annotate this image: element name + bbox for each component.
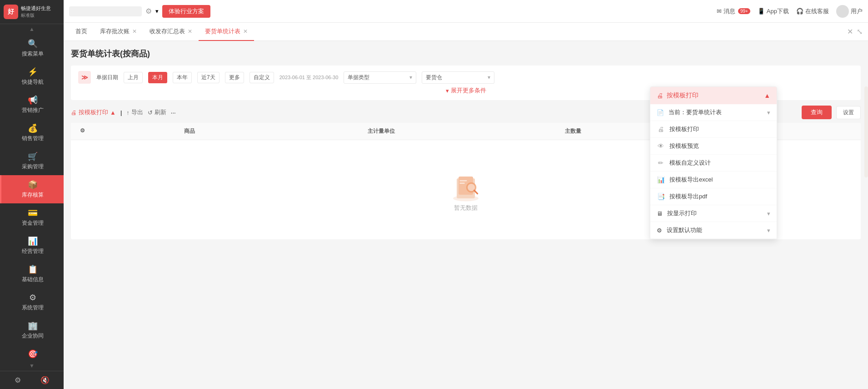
tab-home[interactable]: 首页: [69, 23, 94, 41]
sidebar-item-system[interactable]: ⚙ 系统管理: [0, 288, 64, 316]
sidebar-item-label: 销售管理: [22, 135, 44, 142]
chevron-down-icon: ▼: [29, 363, 35, 369]
col-unit: 主计量单位: [285, 123, 477, 140]
settings-button[interactable]: 设置: [836, 106, 861, 119]
tab-order-stats[interactable]: 要货单统计表 ✕: [199, 23, 254, 41]
dropdown-collapse-icon[interactable]: ▲: [764, 92, 770, 99]
tab-close-all-icon[interactable]: ✕: [847, 27, 853, 36]
gear-icon[interactable]: ⚙: [145, 7, 152, 15]
sidebar-item-search[interactable]: 🔍 搜索菜单: [0, 34, 64, 62]
dropdown-header-label: 按模板打印: [667, 91, 698, 100]
sidebar-scroll-up[interactable]: ▲: [0, 24, 64, 34]
sidebar-nav: 🔍 搜索菜单 ⚡ 快捷导航 📢 营销推广 💰 销售管理 🛒 采购管理 📦 库存核…: [0, 34, 64, 361]
date-more-btn[interactable]: 更多: [225, 72, 244, 83]
no-data-text: 暂无数据: [454, 204, 478, 212]
svg-rect-6: [459, 180, 467, 181]
refresh-button[interactable]: ↺ 刷新: [148, 108, 166, 116]
avatar: [836, 5, 849, 18]
mute-icon[interactable]: 🔇: [40, 376, 50, 384]
app-download-button[interactable]: 📱 App下载: [758, 7, 789, 15]
tab-home-label: 首页: [75, 27, 87, 35]
dropdown-item-template-print[interactable]: 🖨 按模板打印: [650, 121, 777, 138]
template-print-label: 按模板打印: [669, 125, 770, 133]
warehouse-select[interactable]: 要货仓 ▾: [422, 71, 494, 84]
search-input[interactable]: [69, 6, 142, 16]
svg-rect-7: [459, 183, 464, 184]
user-avatar-button[interactable]: 用户: [836, 5, 863, 18]
sidebar-item-enterprise[interactable]: 🏢 企业协同: [0, 316, 64, 344]
dropdown-item-template-pdf[interactable]: 📑 按模板导出pdf: [650, 188, 777, 205]
message-button[interactable]: ✉ 消息 99+: [717, 7, 750, 15]
chevron-up-icon: ▲: [29, 26, 35, 32]
sidebar-item-basic[interactable]: 📋 基础信息: [0, 260, 64, 288]
search-nav-icon: 🔍: [28, 39, 38, 49]
sidebar-item-inventory[interactable]: 📦 库存核算: [0, 175, 64, 203]
type-select[interactable]: 单据类型 ▾: [344, 71, 416, 84]
tab-order-stats-close[interactable]: ✕: [243, 28, 248, 35]
guide-icon: 🎯: [28, 349, 38, 359]
expand-icon: ▾: [446, 87, 449, 94]
filter-toggle-button[interactable]: ≫: [78, 71, 91, 84]
default-setting-label: 设置默认功能: [667, 226, 702, 234]
expand-filter-button[interactable]: ▾ 展开更多条件: [446, 86, 486, 95]
more-icon[interactable]: ···: [171, 109, 176, 116]
logo-icon: 好: [4, 5, 18, 19]
dropdown-item-default-setting[interactable]: ⚙ 设置默认功能 ▾: [650, 222, 777, 239]
finance-icon: 💳: [28, 208, 38, 218]
operations-icon: 📊: [28, 236, 38, 246]
tab-inventory-batch[interactable]: 库存批次账 ✕: [94, 23, 143, 41]
tab-maximize-icon[interactable]: ⤡: [857, 27, 863, 36]
dropdown-header: 🖨 按模板打印 ▲: [650, 87, 777, 104]
sidebar-item-finance[interactable]: 💳 资金管理: [0, 203, 64, 232]
sidebar: 好 畅捷通好生意 标准版 ▲ 🔍 搜索菜单 ⚡ 快捷导航 📢 营销推广 💰 销售…: [0, 0, 64, 389]
expand-label: 展开更多条件: [451, 86, 486, 95]
template-excel-icon: 📊: [657, 176, 665, 183]
date-prev-month-btn[interactable]: 上月: [124, 72, 143, 83]
template-design-icon: ✏: [657, 159, 665, 167]
trial-button[interactable]: 体验行业方案: [162, 5, 210, 18]
online-service-button[interactable]: 🎧 在线客服: [796, 7, 829, 15]
sidebar-item-label: 资金管理: [22, 219, 44, 227]
default-setting-left: ⚙ 设置默认功能: [657, 226, 702, 234]
sidebar-item-operations[interactable]: 📊 经营管理: [0, 232, 64, 260]
enterprise-icon: 🏢: [28, 321, 38, 331]
refresh-label: 刷新: [155, 108, 166, 116]
date-custom-btn[interactable]: 自定义: [249, 72, 274, 83]
sidebar-item-guide[interactable]: 🎯 新手引导: [0, 344, 64, 361]
dropdown-item-template-design[interactable]: ✏ 模板自定义设计: [650, 155, 777, 172]
sidebar-scroll-down[interactable]: ▼: [0, 361, 64, 371]
tab-order-stats-label: 要货单统计表: [205, 27, 240, 35]
tab-inventory-batch-close[interactable]: ✕: [132, 28, 137, 35]
dropdown-arrow-icon[interactable]: ▾: [155, 8, 159, 15]
dropdown-item-current[interactable]: 📄 当前：要货单统计表 ▾: [650, 104, 777, 121]
sidebar-item-label: 企业协同: [22, 332, 44, 340]
export-button[interactable]: ↑ 导出: [126, 108, 143, 116]
sidebar-item-purchase[interactable]: 🛒 采购管理: [0, 147, 64, 175]
date-label: 单据日期: [96, 74, 118, 81]
dropdown-item-display-print[interactable]: 🖥 按显示打印 ▾: [650, 205, 777, 222]
current-arrow-icon: ▾: [767, 109, 770, 116]
display-print-icon: 🖥: [657, 210, 663, 217]
col-gear[interactable]: ⚙: [71, 123, 94, 140]
sidebar-item-marketing[interactable]: 📢 营销推广: [0, 91, 64, 119]
query-button[interactable]: 查询: [802, 106, 832, 119]
settings-bottom-icon[interactable]: ⚙: [15, 376, 21, 384]
scroll-stub[interactable]: [864, 86, 868, 177]
online-service-label: 在线客服: [805, 7, 829, 15]
sidebar-item-shortcut[interactable]: ⚡ 快捷导航: [0, 62, 64, 91]
date-current-month-btn[interactable]: 本月: [148, 72, 167, 83]
date-7days-btn[interactable]: 近7天: [197, 72, 219, 83]
sidebar-item-sales[interactable]: 💰 销售管理: [0, 119, 64, 147]
type-select-label: 单据类型: [348, 74, 369, 81]
tab-collection-summary[interactable]: 收发存汇总表 ✕: [143, 23, 199, 41]
dropdown-item-template-excel[interactable]: 📊 按模板导出excel: [650, 172, 777, 188]
template-pdf-label: 按模板导出pdf: [669, 192, 770, 201]
headset-icon: 🎧: [796, 8, 803, 15]
print-template-button[interactable]: 🖨 按模板打印 ▲: [71, 108, 116, 116]
dropdown-item-template-preview[interactable]: 👁 按模板预览: [650, 138, 777, 155]
date-year-btn[interactable]: 本年: [173, 72, 192, 83]
system-icon: ⚙: [29, 293, 36, 303]
tab-collection-close[interactable]: ✕: [188, 28, 192, 35]
message-badge: 99+: [738, 8, 750, 14]
display-print-arrow: ▾: [767, 210, 770, 217]
